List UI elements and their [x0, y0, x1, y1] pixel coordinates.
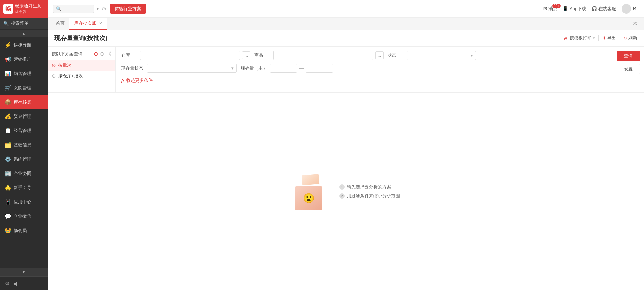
scheme-item-by-batch[interactable]: ⊙ 按批次: [48, 60, 115, 71]
step-1-badge: 1: [339, 184, 345, 190]
divider-1: [598, 35, 599, 41]
sidebar-item-purchase[interactable]: 🛒 采购管理: [0, 81, 48, 95]
empty-hint-2: 2 用过滤条件来缩小分析范围: [339, 193, 400, 199]
sidebar-item-label: 营销推广: [14, 56, 31, 62]
warehouse-input[interactable]: [140, 51, 240, 60]
topbar-chevron-icon[interactable]: ▾: [97, 6, 99, 11]
collapse-more-btn[interactable]: ⋀ 收起更多条件: [121, 76, 153, 85]
sidebar-item-label: 采购管理: [14, 85, 31, 91]
sidebar-item-operations[interactable]: 📋 经营管理: [0, 124, 48, 138]
basicinfo-icon: 🗂️: [5, 142, 11, 148]
tab-close-main-btn[interactable]: ✕: [629, 20, 641, 27]
stock-qty-from[interactable]: [270, 64, 297, 73]
divider-2: [620, 35, 620, 41]
stock-status-label: 现存量状态: [121, 65, 145, 71]
tab-batch-label: 库存批次账: [74, 20, 96, 26]
collapse-sidebar-icon[interactable]: ◀: [13, 280, 17, 287]
add-scheme-icon[interactable]: ⊕: [94, 51, 98, 57]
sidebar-item-quicknav[interactable]: ⚡ 快捷导航: [0, 38, 48, 52]
scheme-inactive-icon: ⊙: [52, 73, 56, 79]
sidebar-item-newguide[interactable]: 🌟 新手引导: [0, 181, 48, 195]
hint-1-text: 请先选择要分析的方案: [347, 184, 391, 190]
topbar-left: 🔍 ▾ ⚙: [53, 5, 106, 13]
stock-qty-field: 现存量（主） —: [241, 64, 343, 73]
user-name: Rit: [633, 6, 639, 11]
scheme-item-label: 按仓库+批次: [58, 73, 83, 79]
collapse-row: ⋀ 收起更多条件: [121, 76, 607, 85]
sidebar-item-inventory[interactable]: 📦 库存核算: [0, 95, 48, 109]
page-title: 现存量查询(按批次): [54, 34, 107, 42]
sidebar-item-label: 畅会员: [14, 228, 27, 234]
sidebar-search-btn[interactable]: 🔍 搜索菜单: [0, 18, 48, 29]
status-select[interactable]: ▾: [407, 51, 476, 60]
newguide-icon: 🌟: [5, 185, 11, 191]
stock-status-chevron-icon: ▾: [231, 66, 234, 71]
scroll-up-btn[interactable]: ▲: [0, 30, 48, 37]
empty-hint-1: 1 请先选择要分析的方案: [339, 184, 400, 190]
message-badge: 99+: [552, 4, 561, 8]
warehouse-dots-btn[interactable]: ...: [242, 51, 250, 59]
sidebar-item-finance[interactable]: 💰 资金管理: [0, 109, 48, 124]
warehouse-field: 仓库 ...: [121, 51, 250, 60]
purchase-icon: 🛒: [5, 85, 11, 91]
tab-close-btn[interactable]: ✕: [99, 21, 102, 26]
member-icon: 👑: [5, 228, 11, 234]
export-btn[interactable]: ⬇ 导出: [602, 35, 616, 41]
empty-box-icon: 😮: [303, 193, 315, 204]
product-field: 商品 ...: [254, 51, 384, 60]
scheme-sidebar: 按以下方案查询 ⊕ ⊙ 《 ⊙ 按批次 ⊙ 按仓库+批次: [48, 47, 116, 92]
print-icon: 🖨: [564, 36, 568, 41]
empty-hints: 1 请先选择要分析的方案 2 用过滤条件来缩小分析范围: [339, 184, 400, 199]
sidebar-item-appcenter[interactable]: 📱 应用中心: [0, 195, 48, 209]
empty-state: 😮 1 请先选择要分析的方案 2 用过滤条件来缩小分析范围: [48, 93, 644, 290]
app-download-btn[interactable]: 📱 App下载: [563, 6, 586, 12]
industry-btn[interactable]: 体验行业方案: [110, 4, 146, 14]
topbar-settings-icon[interactable]: ⚙: [102, 5, 106, 12]
hint-2-text: 用过滤条件来缩小分析范围: [347, 193, 400, 199]
scroll-down-btn[interactable]: ▼: [0, 268, 48, 276]
product-dots-btn[interactable]: ...: [375, 51, 384, 59]
wechat-icon: 💬: [5, 213, 11, 219]
app-icon: 📱: [563, 6, 568, 11]
sidebar-item-member[interactable]: 👑 畅会员: [0, 223, 48, 238]
messages-btn[interactable]: ✉ 消息 99+: [543, 6, 557, 12]
system-icon: ⚙️: [5, 156, 11, 162]
tab-batch-account[interactable]: 库存批次账 ✕: [69, 18, 107, 30]
online-service-btn[interactable]: 🎧 在线客服: [592, 6, 616, 12]
sidebar-item-sales[interactable]: 📊 销售管理: [0, 67, 48, 81]
sidebar-item-label: 基础信息: [14, 142, 31, 148]
sidebar-item-wechat[interactable]: 💬 企业微信: [0, 209, 48, 223]
settings-scheme-icon[interactable]: ⊙: [100, 51, 104, 57]
collapse-up-icon: ⋀: [121, 78, 125, 83]
print-btn[interactable]: 🖨 按模板打印 ▾: [564, 35, 595, 41]
sidebar-item-label: 销售管理: [14, 71, 31, 77]
scheme-item-by-warehouse-batch[interactable]: ⊙ 按仓库+批次: [48, 71, 115, 81]
sidebar-item-basicinfo[interactable]: 🗂️ 基础信息: [0, 138, 48, 152]
empty-illustration: 😮: [292, 173, 329, 210]
sidebar-item-label: 库存核算: [14, 99, 31, 105]
refresh-btn[interactable]: ↻ 刷新: [623, 35, 637, 41]
sidebar-item-system[interactable]: ⚙️ 系统管理: [0, 152, 48, 166]
sidebar-item-marketing[interactable]: 📢 营销推广: [0, 52, 48, 67]
sidebar-header: 畅 畅康通好生意 标准版: [0, 0, 48, 18]
user-menu[interactable]: Rit: [622, 4, 639, 14]
sidebar-item-enterprise[interactable]: 🏢 企业协同: [0, 166, 48, 181]
search-label: 搜索菜单: [11, 20, 29, 26]
sidebar-item-label: 经营管理: [14, 128, 31, 134]
collapse-scheme-icon[interactable]: 《: [106, 51, 111, 57]
settings-footer-icon[interactable]: ⚙: [5, 280, 10, 287]
query-btn[interactable]: 查询: [617, 51, 640, 61]
stock-status-select[interactable]: ▾: [147, 64, 237, 73]
page-content: 现存量查询(按批次) 🖨 按模板打印 ▾ ⬇ 导出 ↻ 刷新: [48, 30, 644, 290]
operations-icon: 📋: [5, 128, 11, 134]
print-chevron-icon: ▾: [593, 36, 595, 40]
settings-btn[interactable]: 设置: [617, 64, 640, 74]
stock-qty-label: 现存量（主）: [241, 65, 268, 71]
scheme-item-label: 按批次: [58, 62, 71, 68]
product-input[interactable]: [273, 51, 373, 60]
status-label: 状态: [388, 52, 405, 58]
tab-home[interactable]: 首页: [51, 18, 69, 30]
scheme-header: 按以下方案查询 ⊕ ⊙ 《: [48, 51, 115, 60]
stock-qty-to[interactable]: [306, 64, 333, 73]
topbar-search-box[interactable]: 🔍: [53, 5, 94, 13]
